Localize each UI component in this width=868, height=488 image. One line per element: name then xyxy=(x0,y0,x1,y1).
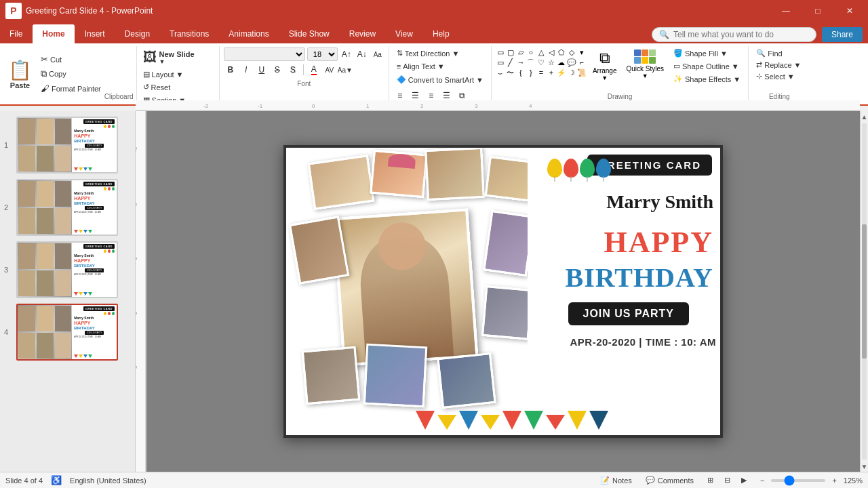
shape-rounded-rect[interactable]: ▢ xyxy=(506,47,515,57)
balloon-blue xyxy=(596,159,611,178)
tab-review[interactable]: Review xyxy=(340,24,385,43)
shape-brace2[interactable]: } xyxy=(526,68,536,77)
quick-styles-button[interactable]: Quick Styles ▼ xyxy=(623,47,667,81)
zoom-in-button[interactable]: + xyxy=(828,475,840,486)
shape-arc[interactable]: ⌣ xyxy=(496,68,505,77)
comments-button[interactable]: 💬 Comments xyxy=(642,474,698,486)
new-slide-button[interactable]: 🖼 New Slide ▼ xyxy=(140,47,216,67)
italic-button[interactable]: I xyxy=(239,63,253,77)
share-button[interactable]: Share xyxy=(822,27,863,42)
change-case-button[interactable]: Aa▼ xyxy=(338,63,352,77)
tab-help[interactable]: Help xyxy=(423,24,459,43)
outline-view-button[interactable]: ⊟ xyxy=(720,474,734,486)
shape-pentagon[interactable]: ⬠ xyxy=(557,47,566,57)
shape-rect[interactable]: ▭ xyxy=(496,47,505,57)
tab-insert[interactable]: Insert xyxy=(75,24,115,43)
clear-format-button[interactable]: Aa xyxy=(371,47,384,61)
shape-cloud[interactable]: ☁ xyxy=(557,58,566,67)
font-color-button[interactable]: A xyxy=(307,63,321,77)
shape-outline-button[interactable]: ▭ Shape Outline ▼ xyxy=(670,60,744,72)
shape-more[interactable]: ▾ xyxy=(577,47,587,57)
search-box[interactable]: 🔍 xyxy=(652,27,816,42)
select-button[interactable]: ⊹ Select ▼ xyxy=(753,70,806,82)
char-spacing-button[interactable]: AV xyxy=(323,63,336,77)
notes-button[interactable]: 📝 Notes xyxy=(596,474,636,486)
shape-diamond[interactable]: ◇ xyxy=(567,47,576,57)
shape-fill-button[interactable]: 🪣 Shape Fill ▼ xyxy=(670,47,744,59)
slide-canvas[interactable]: GREETING CARD Marry Smith HAPPY BIRTHDAY… xyxy=(283,145,723,438)
scroll-up-button[interactable]: ▲ xyxy=(861,111,868,122)
shape-eq[interactable]: = xyxy=(536,68,546,77)
underline-button[interactable]: U xyxy=(255,63,269,77)
shape-curve[interactable]: ⌒ xyxy=(526,58,536,67)
shape-snip-rect[interactable]: ▱ xyxy=(516,47,526,57)
layout-button[interactable]: ▤ Layout ▼ xyxy=(140,68,216,80)
increase-font-button[interactable]: A↑ xyxy=(340,47,353,61)
strikethrough-button[interactable]: S xyxy=(271,63,284,77)
font-size-select[interactable]: 18 xyxy=(307,47,338,61)
shape-rect2[interactable]: ▭ xyxy=(496,58,505,67)
shape-heart[interactable]: ♡ xyxy=(536,58,546,67)
shape-line[interactable]: ╱ xyxy=(506,58,515,67)
reset-button[interactable]: ↺ Reset xyxy=(140,81,216,93)
text-direction-button[interactable]: ⇅ Text Direction ▼ xyxy=(393,47,487,59)
scroll-track[interactable] xyxy=(862,123,867,460)
status-bar: Slide 4 of 4 ♿ English (United States) 📝… xyxy=(0,472,868,488)
scroll-thumb[interactable] xyxy=(862,224,867,359)
tab-slideshow[interactable]: Slide Show xyxy=(279,24,339,43)
paste-button[interactable]: 📋 Paste xyxy=(3,47,37,100)
shape-right-triangle[interactable]: ◁ xyxy=(547,47,556,57)
flag-3 xyxy=(459,411,478,430)
find-button[interactable]: 🔍 Find xyxy=(753,47,806,59)
normal-view-button[interactable]: ⊞ xyxy=(703,474,717,486)
shape-moon[interactable]: ☽ xyxy=(567,68,576,77)
shape-triangle[interactable]: △ xyxy=(536,47,546,57)
maximize-button[interactable]: □ xyxy=(802,0,833,22)
shape-callout[interactable]: 💬 xyxy=(567,58,576,67)
slide-thumb-4[interactable]: 4 GREETING CARDMarry SmithHAPPYBIRTHDAYJ… xyxy=(16,304,119,361)
minimize-button[interactable]: — xyxy=(770,0,802,22)
shape-wave[interactable]: 〜 xyxy=(506,68,515,77)
arrange-button[interactable]: ⧉ Arrange ▼ xyxy=(589,47,620,83)
shape-star[interactable]: ☆ xyxy=(547,58,556,67)
tab-design[interactable]: Design xyxy=(115,24,159,43)
slide-panel[interactable]: 1 GREETING CARDMarry SmithHAPPYBIRTHDAYJ… xyxy=(0,111,136,472)
shape-cross[interactable]: + xyxy=(547,68,556,77)
tab-view[interactable]: View xyxy=(386,24,422,43)
shadow-button[interactable]: S xyxy=(286,63,300,77)
tab-home[interactable]: Home xyxy=(33,24,74,43)
font-family-select[interactable] xyxy=(224,47,305,61)
tab-animations[interactable]: Animations xyxy=(219,24,278,43)
bold-button[interactable]: B xyxy=(224,63,237,77)
shape-bolt[interactable]: ⚡ xyxy=(557,68,566,77)
zoom-slider[interactable] xyxy=(771,479,825,482)
slide-thumb-1[interactable]: 1 GREETING CARDMarry SmithHAPPYBIRTHDAYJ… xyxy=(16,117,119,174)
tab-transitions[interactable]: Transitions xyxy=(160,24,218,43)
decrease-font-button[interactable]: A↓ xyxy=(355,47,369,61)
zoom-out-button[interactable]: − xyxy=(756,475,768,486)
scroll-down-button[interactable]: ▼ xyxy=(861,461,868,472)
search-input[interactable] xyxy=(673,30,809,39)
shape-effects-button[interactable]: ✨ Shape Effects ▼ xyxy=(670,73,744,85)
format-painter-button[interactable]: 🖌 Format Painter xyxy=(37,82,104,95)
align-text-button[interactable]: ≡ Align Text ▼ xyxy=(393,61,487,72)
tab-file[interactable]: File xyxy=(0,24,32,43)
copy-button[interactable]: ⧉ Copy xyxy=(37,67,104,81)
svg-text:2: 2 xyxy=(420,103,424,109)
vertical-scrollbar[interactable]: ▲ ▼ xyxy=(860,111,868,472)
close-button[interactable]: ✕ xyxy=(834,0,865,22)
replace-button[interactable]: ⇄ Replace ▼ xyxy=(753,59,806,70)
shape-oval[interactable]: ○ xyxy=(526,47,536,57)
svg-text:3: 3 xyxy=(136,365,138,369)
shape-bracket[interactable]: ⌐ xyxy=(577,58,587,67)
cut-button[interactable]: ✂ Cut xyxy=(37,53,104,66)
convert-smartart-button[interactable]: 🔷 Convert to SmartArt ▼ xyxy=(393,74,487,85)
slide-thumb-3[interactable]: 3 GREETING CARDMarry SmithHAPPYBIRTHDAYJ… xyxy=(16,241,119,298)
shape-arrow[interactable]: → xyxy=(516,58,526,67)
shape-brace[interactable]: { xyxy=(516,68,526,77)
shape-scroll[interactable]: 📜 xyxy=(577,68,587,77)
slideshow-view-button[interactable]: ▶ xyxy=(737,474,751,486)
svg-text:1: 1 xyxy=(366,103,370,109)
slide-thumb-2[interactable]: 2 GREETING CARDMarry SmithHAPPYBIRTHDAYJ… xyxy=(16,179,119,236)
replace-icon: ⇄ xyxy=(756,60,762,69)
